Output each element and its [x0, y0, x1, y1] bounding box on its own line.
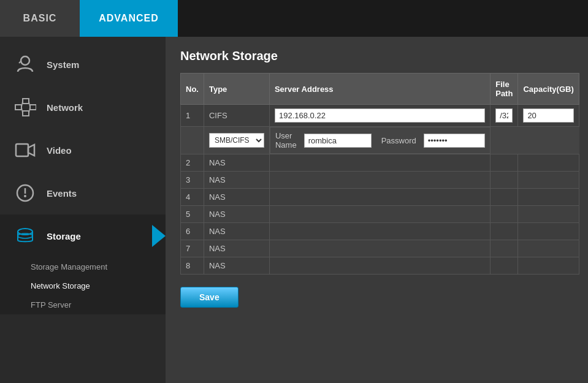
svg-line-8 — [29, 101, 30, 107]
svg-rect-4 — [23, 111, 29, 116]
sidebar-item-network[interactable]: Network — [0, 86, 166, 129]
file-path-input[interactable] — [495, 108, 513, 123]
password-input[interactable] — [424, 134, 485, 148]
svg-rect-5 — [30, 105, 36, 110]
col-header-server-addr: Server Address — [269, 74, 490, 105]
row2-addr — [269, 154, 490, 172]
row5-cap — [518, 206, 579, 223]
row3-path — [491, 172, 518, 189]
sidebar-item-storage-label: Storage — [47, 231, 81, 241]
row2-path — [491, 154, 518, 172]
password-label: Password — [381, 136, 416, 145]
row8-cap — [518, 257, 579, 275]
row2-no: 2 — [181, 154, 204, 172]
table-row-2: 2 NAS — [181, 154, 579, 172]
row3-cap — [518, 172, 579, 189]
row5-addr — [269, 206, 490, 223]
svg-point-14 — [24, 195, 26, 197]
row7-type: NAS — [204, 240, 269, 257]
svg-line-9 — [29, 107, 30, 113]
row6-type: NAS — [204, 223, 269, 240]
main-layout: System Network — [0, 37, 588, 383]
events-icon — [12, 180, 38, 206]
svg-point-0 — [21, 56, 29, 65]
table-row-1-extra: SMB/CIFS NAS User Name Password — [181, 127, 579, 154]
sidebar-item-system[interactable]: System — [0, 43, 166, 86]
row8-type: NAS — [204, 257, 269, 275]
svg-line-6 — [21, 101, 23, 107]
row3-no: 3 — [181, 172, 204, 189]
row5-no: 5 — [181, 206, 204, 223]
table-row-8: 8 NAS — [181, 257, 579, 275]
network-icon — [12, 94, 38, 120]
row8-addr — [269, 257, 490, 275]
row6-path — [491, 223, 518, 240]
sub-item-storage-management[interactable]: Storage Management — [18, 257, 166, 276]
tab-advanced[interactable]: ADVANCED — [80, 0, 178, 37]
save-button[interactable]: Save — [180, 287, 239, 308]
table-row-5: 5 NAS — [181, 206, 579, 223]
sidebar-item-events[interactable]: Events — [0, 172, 166, 214]
col-header-capacity: Capacity(GB) — [518, 74, 579, 105]
sidebar: System Network — [0, 37, 166, 383]
row5-path — [491, 206, 518, 223]
sidebar-item-system-label: System — [47, 59, 79, 70]
username-input[interactable] — [304, 134, 372, 148]
sidebar-item-network-label: Network — [47, 102, 83, 113]
row4-no: 4 — [181, 189, 204, 206]
row7-cap — [518, 240, 579, 257]
tab-basic[interactable]: BASIC — [0, 0, 80, 37]
svg-line-7 — [21, 107, 23, 113]
network-storage-table: No. Type Server Address File Path Capaci… — [180, 73, 579, 275]
row1-file-path-cell — [491, 105, 518, 127]
row3-addr — [269, 172, 490, 189]
row8-no: 8 — [181, 257, 204, 275]
video-icon — [12, 137, 38, 163]
row1-no: 1 — [181, 105, 204, 127]
svg-rect-2 — [15, 105, 21, 110]
row4-path — [491, 189, 518, 206]
svg-marker-11 — [28, 145, 34, 156]
extra-type-select-cell: SMB/CIFS NAS — [204, 127, 269, 154]
col-header-file-path: File Path — [491, 74, 518, 105]
sub-item-network-storage[interactable]: Network Storage — [18, 276, 166, 295]
sidebar-item-video[interactable]: Video — [0, 129, 166, 172]
col-header-type: Type — [204, 74, 269, 105]
storage-sub-items: Storage Management Network Storage FTP S… — [0, 257, 166, 314]
extra-empty-no — [181, 127, 204, 154]
row4-type: NAS — [204, 189, 269, 206]
row7-no: 7 — [181, 240, 204, 257]
active-arrow — [152, 225, 166, 247]
row7-addr — [269, 240, 490, 257]
row1-type: CIFS — [204, 105, 269, 127]
sidebar-item-storage[interactable]: Storage — [0, 214, 166, 257]
row4-cap — [518, 189, 579, 206]
table-row-3: 3 NAS — [181, 172, 579, 189]
row6-cap — [518, 223, 579, 240]
content-area: Network Storage No. Type Server Address … — [166, 37, 588, 383]
row4-addr — [269, 189, 490, 206]
extra-credentials-cell: User Name Password — [270, 127, 491, 154]
sidebar-item-events-label: Events — [47, 188, 77, 199]
svg-rect-3 — [23, 99, 29, 104]
storage-icon — [12, 223, 38, 249]
row1-capacity-cell — [518, 105, 579, 127]
top-navigation: BASIC ADVANCED — [0, 0, 588, 37]
table-row-7: 7 NAS — [181, 240, 579, 257]
row3-type: NAS — [204, 172, 269, 189]
table-row-4: 4 NAS — [181, 189, 579, 206]
system-icon — [12, 51, 38, 77]
table-row-1: 1 CIFS — [181, 105, 579, 127]
row2-cap — [518, 154, 579, 172]
row1-server-addr-cell — [269, 105, 490, 127]
col-header-no: No. — [181, 74, 204, 105]
row6-addr — [269, 223, 490, 240]
type-select[interactable]: SMB/CIFS NAS — [209, 133, 264, 148]
capacity-input[interactable] — [523, 108, 573, 123]
row8-path — [491, 257, 518, 275]
row7-path — [491, 240, 518, 257]
server-addr-input[interactable] — [275, 108, 485, 123]
sub-item-ftp-server[interactable]: FTP Server — [18, 295, 166, 314]
svg-rect-10 — [16, 144, 28, 156]
username-label: User Name — [275, 131, 297, 150]
